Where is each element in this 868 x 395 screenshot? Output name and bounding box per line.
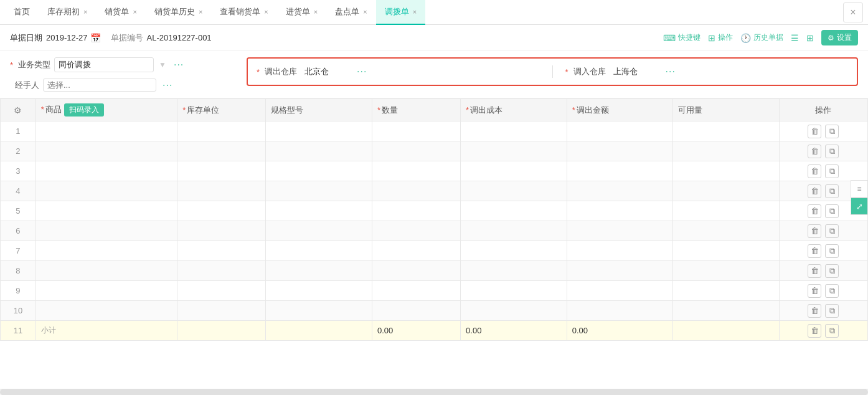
spec-cell-8[interactable] <box>266 261 372 281</box>
quantity-cell-3[interactable] <box>372 161 460 181</box>
amount-cell-5[interactable] <box>567 201 673 221</box>
cost-cell-7[interactable] <box>461 241 567 261</box>
product-cell-3[interactable] <box>35 161 177 181</box>
product-cell-6[interactable] <box>35 221 177 241</box>
operations-action[interactable]: ⊞ 操作 <box>708 32 733 43</box>
amount-cell-2[interactable] <box>567 141 673 161</box>
grid-action[interactable]: ⊞ <box>806 33 814 43</box>
row-copy-btn-6[interactable]: ⧉ <box>825 224 839 238</box>
amount-cell-8[interactable] <box>567 261 673 281</box>
row-delete-btn-3[interactable]: 🗑 <box>808 164 821 178</box>
biz-type-more[interactable]: ··· <box>171 60 186 70</box>
biz-type-value[interactable]: 同价调拨 <box>54 57 154 72</box>
tab-inventory-init[interactable]: 库存期初 × <box>39 0 96 25</box>
spec-cell-10[interactable] <box>266 301 372 321</box>
tab-close-inventory-init[interactable]: × <box>83 8 87 16</box>
available-cell-7[interactable] <box>673 241 780 261</box>
scan-button[interactable]: 扫码录入 <box>64 103 104 117</box>
product-cell-4[interactable] <box>35 181 177 201</box>
calendar-icon[interactable]: 📅 <box>90 33 101 43</box>
amount-cell-9[interactable] <box>567 281 673 301</box>
quantity-cell-2[interactable] <box>372 141 460 161</box>
amount-cell-4[interactable] <box>567 181 673 201</box>
tab-close-sales-order[interactable]: × <box>133 8 136 16</box>
available-cell-5[interactable] <box>673 201 780 221</box>
available-cell-3[interactable] <box>673 161 780 181</box>
row-delete-btn-10[interactable]: 🗑 <box>808 304 821 318</box>
spec-cell-9[interactable] <box>266 281 372 301</box>
available-cell-9[interactable] <box>673 281 780 301</box>
handler-more[interactable]: ··· <box>160 80 175 90</box>
spec-cell-3[interactable] <box>266 161 372 181</box>
product-cell-10[interactable] <box>35 301 177 321</box>
available-cell-1[interactable] <box>673 121 780 141</box>
row-copy-btn-5[interactable]: ⧉ <box>825 204 839 218</box>
tab-home[interactable]: 首页 <box>5 0 39 25</box>
handler-input[interactable] <box>43 79 156 92</box>
settings-button[interactable]: ⚙ 设置 <box>821 30 858 45</box>
cost-cell-9[interactable] <box>461 281 567 301</box>
row-copy-btn-4[interactable]: ⧉ <box>825 184 839 198</box>
quantity-cell-10[interactable] <box>372 301 460 321</box>
tab-close-inventory-check[interactable]: × <box>363 8 367 16</box>
cost-cell-10[interactable] <box>461 301 567 321</box>
amount-cell-3[interactable] <box>567 161 673 181</box>
cost-cell-6[interactable] <box>461 221 567 241</box>
tab-sales-order[interactable]: 销货单 × <box>96 0 145 25</box>
product-cell-9[interactable] <box>35 281 177 301</box>
in-warehouse-more[interactable]: ··· <box>663 67 678 77</box>
tab-transfer-order[interactable]: 调拨单 × <box>376 0 425 25</box>
product-cell-7[interactable] <box>35 241 177 261</box>
out-warehouse-more[interactable]: ··· <box>354 67 369 77</box>
history-action[interactable]: 🕐 历史单据 <box>740 32 783 43</box>
spec-cell-4[interactable] <box>266 181 372 201</box>
tab-close-view-sales[interactable]: × <box>264 8 268 16</box>
cost-cell-5[interactable] <box>461 201 567 221</box>
spec-cell-1[interactable] <box>266 121 372 141</box>
biz-type-dropdown[interactable]: ▼ <box>158 60 167 69</box>
in-warehouse-value[interactable]: 上海仓 <box>610 65 659 79</box>
row-delete-btn-1[interactable]: 🗑 <box>808 125 821 138</box>
row-copy-btn-7[interactable]: ⧉ <box>825 244 839 258</box>
out-warehouse-value[interactable]: 北京仓 <box>301 65 351 79</box>
quantity-cell-7[interactable] <box>372 241 460 261</box>
tab-close-transfer-order[interactable]: × <box>413 8 417 16</box>
quantity-cell-8[interactable] <box>372 261 460 281</box>
shortcuts-action[interactable]: ⌨ 快捷键 <box>663 32 701 43</box>
tab-view-sales[interactable]: 查看销货单 × <box>211 0 276 25</box>
row-delete-btn-5[interactable]: 🗑 <box>808 204 821 218</box>
row-delete-btn-2[interactable]: 🗑 <box>808 145 821 158</box>
unit-cell-9[interactable] <box>177 281 266 301</box>
window-close-button[interactable]: × <box>843 2 863 22</box>
unit-cell-6[interactable] <box>177 221 266 241</box>
unit-cell-1[interactable] <box>177 121 266 141</box>
amount-cell-7[interactable] <box>567 241 673 261</box>
tab-close-purchase-order[interactable]: × <box>314 8 318 16</box>
cost-cell-8[interactable] <box>461 261 567 281</box>
row-copy-btn-10[interactable]: ⧉ <box>825 304 839 318</box>
side-expand-btn[interactable]: ⤢ <box>851 198 868 215</box>
layout-action[interactable]: ☰ <box>791 33 799 43</box>
row-delete-btn-7[interactable]: 🗑 <box>808 244 821 258</box>
row-copy-btn-2[interactable]: ⧉ <box>825 145 839 158</box>
unit-cell-5[interactable] <box>177 201 266 221</box>
available-cell-4[interactable] <box>673 181 780 201</box>
cost-cell-4[interactable] <box>461 181 567 201</box>
row-delete-btn-8[interactable]: 🗑 <box>808 264 821 278</box>
unit-cell-3[interactable] <box>177 161 266 181</box>
spec-cell-2[interactable] <box>266 141 372 161</box>
tab-purchase-order[interactable]: 进货单 × <box>277 0 326 25</box>
side-list-btn[interactable]: ≡ <box>851 180 868 198</box>
product-cell-2[interactable] <box>35 141 177 161</box>
row-delete-btn-6[interactable]: 🗑 <box>808 224 821 238</box>
quantity-cell-9[interactable] <box>372 281 460 301</box>
spec-cell-6[interactable] <box>266 221 372 241</box>
unit-cell-7[interactable] <box>177 241 266 261</box>
available-cell-8[interactable] <box>673 261 780 281</box>
row-copy-btn-9[interactable]: ⧉ <box>825 284 839 298</box>
tab-close-sales-history[interactable]: × <box>199 8 202 16</box>
unit-cell-4[interactable] <box>177 181 266 201</box>
available-cell-2[interactable] <box>673 141 780 161</box>
row-copy-btn-3[interactable]: ⧉ <box>825 164 839 178</box>
unit-cell-2[interactable] <box>177 141 266 161</box>
